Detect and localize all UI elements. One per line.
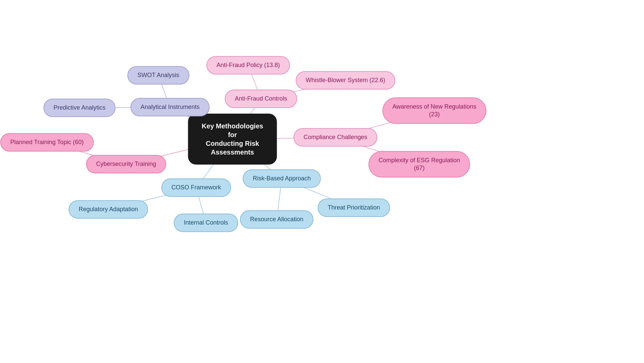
anti-fraud-controls-node: Anti-Fraud Controls [225,89,297,108]
risk-based-approach-node: Risk-Based Approach [243,169,321,188]
cybersecurity-training-node: Cybersecurity Training [86,155,166,173]
whistle-blower-node: Whistle-Blower System (22.6) [296,71,395,89]
coso-framework-node: COSO Framework [161,178,231,197]
internal-controls-node: Internal Controls [174,214,238,232]
awareness-regulations-node: Awareness of New Regulations (23) [382,98,486,124]
anti-fraud-policy-node: Anti-Fraud Policy (13.8) [206,56,290,74]
threat-prioritization-node: Threat Prioritization [318,198,390,217]
planned-training-node: Planned Training Topic (60) [0,133,94,152]
compliance-challenges-node: Compliance Challenges [293,128,377,146]
complexity-esg-node: Complexity of ESG Regulation (67) [368,151,470,178]
center-node: Key Methodologies for Conducting Risk As… [188,114,277,165]
analytical-instruments-node: Analytical Instruments [130,98,210,116]
regulatory-adaptation-node: Regulatory Adaptation [68,200,148,219]
predictive-analytics-node: Predictive Analytics [43,99,115,117]
resource-allocation-node: Resource Allocation [240,210,313,229]
swot-analysis-node: SWOT Analysis [127,66,190,84]
